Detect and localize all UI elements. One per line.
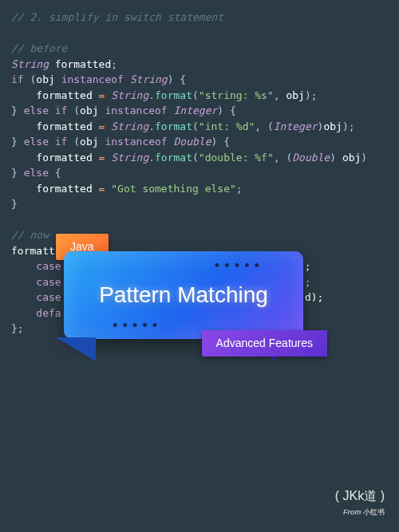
ribbon-fold-left (56, 337, 96, 361)
watermark-main: ( JKk道 ) (335, 489, 385, 502)
switch-fragment: formatt (11, 245, 55, 257)
dots-bottom: ••••• (112, 317, 161, 334)
kw-case-1: case (36, 260, 61, 272)
cast-integer: Integer (274, 120, 318, 132)
badge-advanced: Advanced Features (202, 330, 327, 357)
str-string-fmt: "string: %s" (199, 89, 274, 101)
banner-main: ••••• Pattern Matching ••••• (64, 251, 303, 339)
type-double: Double (174, 136, 211, 148)
str-else: "Got something else" (111, 183, 236, 195)
watermark-sub-prefix: From (343, 508, 363, 516)
kw-default-frag: defa (36, 307, 61, 319)
str-double-fmt: "double: %f" (199, 152, 274, 164)
fn-format: format (155, 89, 192, 101)
var-obj: obj (36, 73, 54, 85)
type-string: String (11, 58, 49, 70)
title-banner: Java ••••• Pattern Matching ••••• Advanc… (64, 235, 303, 371)
banner-title: Pattern Matching (99, 278, 268, 312)
cast-double: Double (292, 152, 330, 164)
kw-case-3: case (36, 291, 61, 303)
type-integer: Integer (174, 104, 218, 116)
str-int-fmt: "int: %d" (199, 120, 255, 132)
section-comment: // 2. simplify in switch statement (11, 11, 223, 23)
watermark-sub-brand: 小红书 (363, 508, 385, 516)
tail-d: d); (305, 291, 323, 303)
var-formatted: formatted (55, 58, 111, 70)
type-string-2: String (130, 73, 168, 85)
watermark: ( JKk道 ) From 小红书 (335, 487, 385, 518)
kw-if: if (11, 73, 24, 85)
now-comment: // now (11, 229, 49, 241)
kw-instanceof: instanceof (61, 73, 124, 85)
kw-case-2: case (36, 276, 61, 288)
dots-top: ••••• (214, 258, 263, 274)
before-comment: // before (11, 42, 67, 54)
